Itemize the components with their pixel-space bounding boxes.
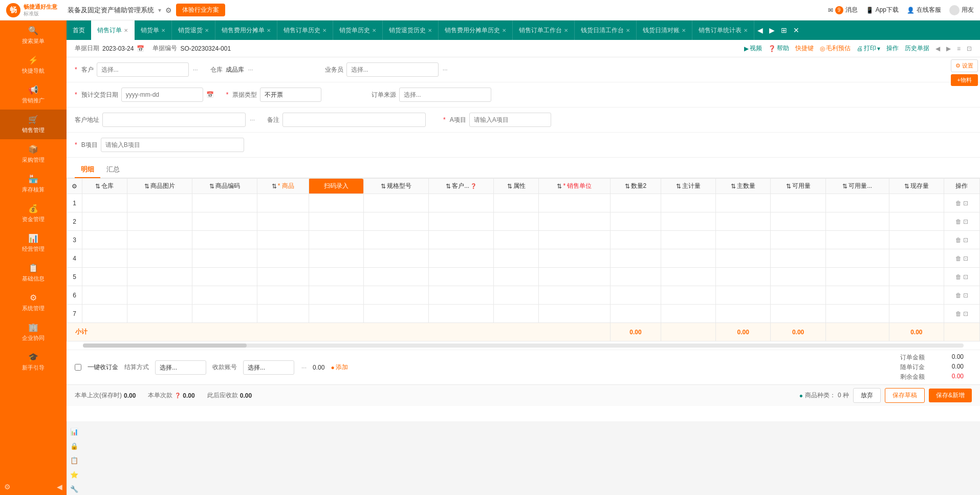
row-7-available[interactable] — [771, 305, 825, 323]
tab-close-sales-order[interactable]: ✕ — [124, 28, 128, 33]
row-6-spec[interactable] — [363, 286, 428, 305]
row-7-qty2[interactable] — [611, 305, 661, 323]
tab-close-fee-split[interactable]: ✕ — [267, 28, 271, 33]
row-5-warehouse[interactable] — [82, 268, 127, 286]
row-6-main-qty[interactable] — [716, 286, 771, 305]
tab-order-history[interactable]: 销售订单历史 ✕ — [277, 20, 333, 40]
row-4-spec[interactable] — [363, 249, 428, 268]
col-image[interactable]: ⇅商品图片 — [127, 179, 192, 194]
sidebar-item-purchase[interactable]: 📦 采购管理 — [0, 139, 67, 169]
row-2-available2[interactable] — [825, 212, 889, 231]
row-3-warehouse[interactable] — [82, 231, 127, 249]
sidebar-item-search[interactable]: 🔍 搜索菜单 — [0, 20, 67, 50]
sidebar-item-guide[interactable]: 🎓 新手引导 — [0, 347, 67, 377]
sidebar-item-quick-nav[interactable]: ⚡ 快捷导航 — [0, 50, 67, 80]
row-4-product[interactable] — [257, 249, 309, 268]
sidebar-item-sales[interactable]: 🛒 销售管理 — [0, 110, 67, 139]
detail-tab-summary[interactable]: 汇总 — [100, 162, 126, 178]
row-3-spec[interactable] — [363, 231, 428, 249]
settings-icon[interactable]: ⚙ — [165, 6, 172, 14]
trial-button[interactable]: 体验行业方案 — [176, 4, 225, 16]
tab-daily-clear[interactable]: 钱货日清对账 ✕ — [637, 20, 692, 40]
pay-method-select[interactable]: 选择... — [155, 360, 206, 375]
row-7-image[interactable] — [127, 305, 192, 323]
row-6-main-unit[interactable] — [661, 286, 715, 305]
row-1-available2[interactable] — [825, 194, 889, 212]
nav-prev-icon[interactable]: ◀ — [935, 45, 940, 52]
row-1-image[interactable] — [127, 194, 192, 212]
row-7-available2[interactable] — [825, 305, 889, 323]
row-3-attribute[interactable] — [494, 231, 539, 249]
row-5-customer-attr[interactable] — [429, 268, 494, 286]
row-2-code[interactable] — [192, 212, 257, 231]
row-4-main-unit[interactable] — [661, 249, 715, 268]
view-link[interactable]: ▶ 视频 — [744, 44, 762, 53]
tab-workbench[interactable]: 销售订单工作台 ✕ — [513, 20, 575, 40]
row-6-copy-icon[interactable]: ⊡ — [963, 292, 968, 299]
row-5-current-stock[interactable] — [889, 268, 944, 286]
col-unit[interactable]: ⇅* 销售单位 — [538, 179, 610, 194]
tab-close-stats[interactable]: ✕ — [744, 28, 748, 33]
row-7-product[interactable] — [257, 305, 309, 323]
tab-invoice-history[interactable]: 销货单历史 ✕ — [333, 20, 383, 40]
sidebar-item-finance[interactable]: 💰 资金管理 — [0, 199, 67, 228]
sidebar-item-base-info[interactable]: 📋 基础信息 — [0, 258, 67, 288]
row-6-current-stock[interactable] — [889, 286, 944, 305]
sidebar-item-enterprise[interactable]: 🏢 企业协同 — [0, 317, 67, 347]
row-7-delete-icon[interactable]: 🗑 — [955, 310, 962, 317]
tab-close-invoice-history[interactable]: ✕ — [372, 28, 376, 33]
col-main-qty[interactable]: ⇅主数量 — [716, 179, 771, 194]
nav-next-icon[interactable]: ▶ — [946, 45, 951, 52]
row-2-copy-icon[interactable]: ⊡ — [963, 218, 968, 225]
row-5-unit[interactable] — [538, 268, 610, 286]
row-3-customer-attr[interactable] — [429, 231, 494, 249]
tab-next-btn[interactable]: ▶ — [766, 26, 778, 34]
row-7-customer-attr[interactable] — [429, 305, 494, 323]
sidebar-item-inventory[interactable]: 🏪 库存核算 — [0, 169, 67, 199]
row-2-unit[interactable] — [538, 212, 610, 231]
row-6-product[interactable] — [257, 286, 309, 305]
row-4-attribute[interactable] — [494, 249, 539, 268]
customer-input[interactable] — [97, 62, 189, 77]
row-5-qty2[interactable] — [611, 268, 661, 286]
tab-close-sales-invoice[interactable]: ✕ — [161, 28, 165, 33]
row-6-qty2[interactable] — [611, 286, 661, 305]
row-1-available[interactable] — [771, 194, 825, 212]
row-5-main-qty[interactable] — [716, 268, 771, 286]
col-current-stock[interactable]: ⇅现存量 — [889, 179, 944, 194]
tab-fee-history[interactable]: 销售费用分摊单历史 ✕ — [439, 20, 513, 40]
save-draft-button[interactable]: 保存草稿 — [885, 388, 925, 403]
row-2-delete-icon[interactable]: 🗑 — [955, 218, 962, 225]
tab-returns-history[interactable]: 销货退货历史 ✕ — [383, 20, 439, 40]
tab-home[interactable]: 首页 — [67, 20, 91, 40]
sidebar-settings-icon[interactable]: ⚙ — [4, 483, 11, 491]
customer-more-icon[interactable]: ··· — [193, 66, 198, 73]
tab-sales-invoice[interactable]: 销货单 ✕ — [135, 20, 172, 40]
app-download-btn[interactable]: 📱 App下载 — [866, 6, 899, 14]
sidebar-item-marketing[interactable]: 📢 营销推广 — [0, 80, 67, 110]
right-panel-chart-icon[interactable]: 📊 — [68, 425, 80, 438]
row-3-delete-icon[interactable]: 🗑 — [955, 236, 962, 244]
staff-input[interactable] — [346, 62, 439, 77]
row-4-delete-icon[interactable]: 🗑 — [955, 255, 962, 262]
row-6-available[interactable] — [771, 286, 825, 305]
add-material-btn[interactable]: +物料 — [951, 74, 978, 86]
history-link[interactable]: 历史单据 — [905, 44, 929, 53]
invoice-select[interactable]: 不开票 — [260, 88, 321, 102]
row-2-available[interactable] — [771, 212, 825, 231]
order-source-input[interactable] — [399, 88, 491, 102]
row-2-main-unit[interactable] — [661, 212, 715, 231]
delivery-calendar-icon[interactable]: 📅 — [206, 91, 214, 98]
table-scrollbar[interactable] — [67, 341, 980, 350]
row-1-code[interactable] — [192, 194, 257, 212]
row-5-product[interactable] — [257, 268, 309, 286]
tab-fee-split[interactable]: 销售费用分摊单 ✕ — [215, 20, 277, 40]
right-panel-lock-icon[interactable]: 🔒 — [68, 440, 80, 452]
row-7-spec[interactable] — [363, 305, 428, 323]
col-customer-attr[interactable]: ⇅客户...❓ — [429, 179, 494, 194]
row-6-customer-attr[interactable] — [429, 286, 494, 305]
row-4-current-stock[interactable] — [889, 249, 944, 268]
tab-close-fee-history[interactable]: ✕ — [502, 28, 506, 33]
row-3-main-unit[interactable] — [661, 231, 715, 249]
row-5-scan[interactable] — [309, 268, 363, 286]
